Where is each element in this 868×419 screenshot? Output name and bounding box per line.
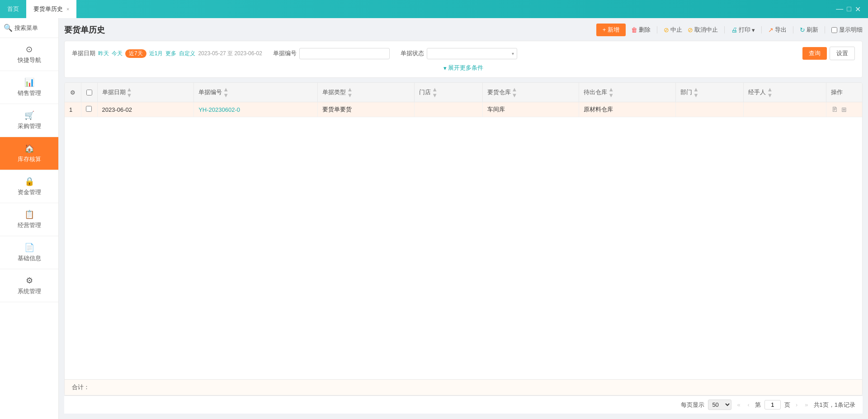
- row-docno-link[interactable]: YH-20230602-0: [198, 106, 240, 113]
- th-doctype[interactable]: 单据类型 ▲▼: [318, 83, 415, 102]
- top-tabs: 首页 要货单历史 ×: [0, 0, 836, 18]
- refresh-button[interactable]: ↻ 刷新: [800, 26, 818, 34]
- page-size-select[interactable]: 10 20 50 100: [708, 400, 731, 410]
- last-page-btn[interactable]: »: [803, 400, 810, 409]
- th-waitwarehouse[interactable]: 待出仓库 ▲▼: [579, 83, 676, 102]
- sidebar-item-system[interactable]: ⚙ 系统管理: [0, 269, 58, 302]
- th-doctype-label: 单据类型: [322, 88, 346, 96]
- date-yesterday-btn[interactable]: 昨天: [98, 50, 109, 57]
- table-row: 1 2023-06-02 YH-20230602-0: [65, 102, 862, 117]
- delete-label: 删除: [639, 26, 651, 34]
- top-bar: 首页 要货单历史 × — □ ✕: [0, 0, 868, 18]
- td-actions: 🖹 ⊞: [826, 102, 862, 117]
- docno-input[interactable]: [299, 48, 390, 59]
- th-store[interactable]: 门店 ▲▼: [415, 83, 482, 102]
- row-waitwarehouse: 原材料仓库: [584, 106, 613, 113]
- th-reqwarehouse[interactable]: 要货仓库 ▲▼: [482, 83, 579, 102]
- date-more-btn[interactable]: 更多: [165, 50, 176, 57]
- td-reqwarehouse: 车间库: [482, 102, 579, 117]
- cancel-stop-label: 取消中止: [694, 26, 718, 34]
- maximize-btn[interactable]: □: [847, 5, 851, 13]
- docno-filter-label: 单据编号: [273, 49, 297, 57]
- sidebar-search[interactable]: 🔍 搜索菜单: [0, 18, 58, 38]
- th-settings[interactable]: ⚙: [65, 83, 81, 102]
- sort-arrows-docdate: ▲▼: [127, 86, 132, 98]
- td-waitwarehouse: 原材料仓库: [579, 102, 676, 117]
- sidebar-item-quick-nav[interactable]: ⊙ 快捷导航: [0, 38, 58, 71]
- th-operations-label: 操作: [831, 89, 843, 95]
- th-docno[interactable]: 单据编号 ▲▼: [194, 83, 318, 102]
- row-seq: 1: [69, 106, 72, 113]
- add-button[interactable]: + 新增: [596, 24, 626, 36]
- minimize-btn[interactable]: —: [836, 5, 843, 13]
- first-page-btn[interactable]: «: [735, 400, 742, 409]
- display-detail-toggle[interactable]: 显示明细: [831, 26, 863, 34]
- select-all-checkbox[interactable]: [86, 90, 92, 95]
- expand-down-icon: ▾: [443, 65, 447, 71]
- stop-button[interactable]: ⊘ 中止: [664, 26, 682, 34]
- sidebar-item-operations[interactable]: 📋 经营管理: [0, 203, 58, 236]
- table-settings-icon[interactable]: ⚙: [70, 89, 75, 96]
- expand-more-button[interactable]: ▾ 展开更多条件: [443, 64, 483, 72]
- date-last1month-btn[interactable]: 近1月: [149, 50, 163, 57]
- sidebar-item-finance[interactable]: 🔒 资金管理: [0, 170, 58, 203]
- divider-3: [761, 26, 762, 33]
- export-button[interactable]: ↗ 导出: [768, 26, 787, 34]
- cancel-stop-icon: ⊘: [688, 26, 693, 33]
- td-docno: YH-20230602-0: [194, 102, 318, 117]
- sales-icon: 📊: [24, 77, 34, 87]
- sidebar-item-inventory[interactable]: 🏠 库存核算: [0, 137, 58, 170]
- system-icon: ⚙: [26, 276, 33, 286]
- print-button[interactable]: 🖨 打印 ▾: [731, 26, 755, 34]
- th-docdate[interactable]: 单据日期 ▲▼: [97, 83, 194, 102]
- prev-page-btn[interactable]: ‹: [746, 400, 751, 409]
- sidebar-item-basic-info[interactable]: 📄 基础信息: [0, 236, 58, 269]
- sidebar-item-sales[interactable]: 📊 销售管理: [0, 71, 58, 104]
- settings-button[interactable]: 设置: [830, 47, 855, 60]
- main-layout: 🔍 搜索菜单 ⊙ 快捷导航 📊 销售管理 🛒 采购管理 🏠 库存核算 🔒 资金管…: [0, 18, 868, 419]
- refresh-icon: ↻: [800, 26, 805, 33]
- date-last7-btn[interactable]: 近7天: [125, 49, 146, 58]
- row-checkbox[interactable]: [86, 106, 92, 112]
- close-btn[interactable]: ✕: [855, 5, 861, 14]
- sidebar-item-label: 基础信息: [18, 254, 41, 262]
- sidebar-item-label: 采购管理: [18, 122, 41, 130]
- search-icon: 🔍: [4, 24, 13, 32]
- tab-history-close[interactable]: ×: [66, 6, 69, 12]
- row-more-btn[interactable]: ⊞: [841, 105, 847, 114]
- th-checkbox: [81, 83, 97, 102]
- status-select[interactable]: [427, 48, 509, 59]
- query-button[interactable]: 查询: [802, 47, 827, 60]
- summary-label: 合计：: [72, 383, 90, 391]
- content-area: 要货单历史 + 新增 🗑 删除 ⊘ 中止 ⊘ 取消中止 🖨: [59, 18, 868, 419]
- cancel-stop-button[interactable]: ⊘ 取消中止: [688, 26, 718, 34]
- date-range-display: 2023-05-27 至 2023-06-02: [198, 50, 262, 57]
- row-view-btn[interactable]: 🖹: [831, 105, 838, 114]
- table-header-row: ⚙ 单据日期 ▲▼: [65, 83, 862, 102]
- table-summary: 合计：: [65, 379, 862, 395]
- filter-docno: 单据编号: [273, 48, 390, 59]
- tab-home-label: 首页: [7, 5, 19, 13]
- th-department[interactable]: 部门 ▲▼: [675, 83, 743, 102]
- display-detail-label: 显示明细: [839, 26, 863, 34]
- current-page-input[interactable]: [764, 400, 781, 409]
- td-checkbox: [81, 102, 97, 117]
- th-handler[interactable]: 经手人 ▲▼: [744, 83, 826, 102]
- display-detail-checkbox[interactable]: [831, 27, 837, 33]
- sidebar-item-purchase[interactable]: 🛒 采购管理: [0, 104, 58, 137]
- next-page-btn[interactable]: ›: [794, 400, 799, 409]
- page-title: 要货单历史: [64, 24, 105, 35]
- date-custom-btn[interactable]: 自定义: [179, 50, 195, 57]
- tab-history[interactable]: 要货单历史 ×: [26, 0, 76, 18]
- table-wrapper[interactable]: ⚙ 单据日期 ▲▼: [65, 83, 862, 379]
- filter-date: 单据日期 昨天 今天 近7天 近1月 更多 自定义 2023-05-27 至 2…: [72, 49, 262, 58]
- quick-nav-icon: ⊙: [26, 44, 33, 54]
- date-today-btn[interactable]: 今天: [112, 50, 123, 57]
- tab-home[interactable]: 首页: [0, 0, 26, 18]
- sidebar-item-label: 销售管理: [18, 89, 41, 97]
- sidebar-item-label: 资金管理: [18, 188, 41, 196]
- sort-arrows-handler: ▲▼: [767, 86, 773, 98]
- delete-button[interactable]: 🗑 删除: [631, 26, 651, 34]
- tab-history-label: 要货单历史: [33, 5, 63, 13]
- row-action-buttons: 🖹 ⊞: [831, 105, 858, 114]
